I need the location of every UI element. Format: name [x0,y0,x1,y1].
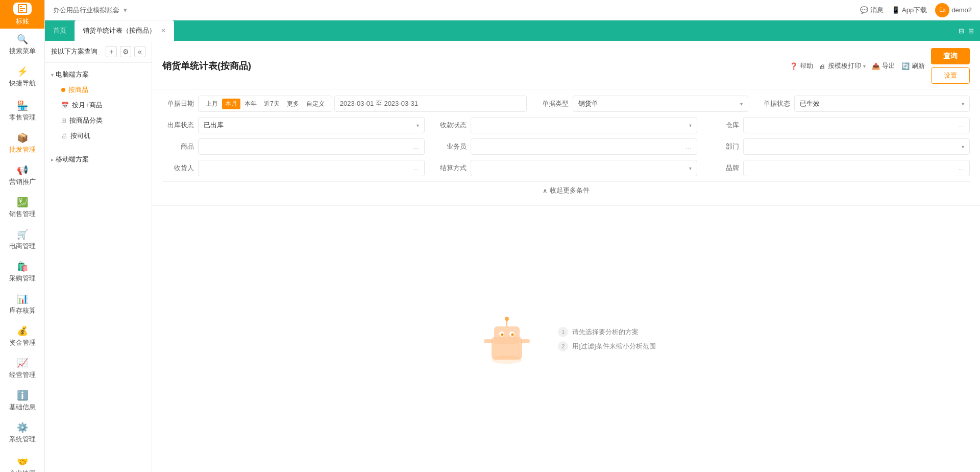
sidebar-item-basic[interactable]: ℹ️ 基础信息 [0,385,44,417]
expand-arrow-mobile-icon: ▸ [51,157,54,162]
settings-scheme-btn[interactable]: ⚙ [120,46,131,57]
payment-status-select[interactable]: ▾ [471,117,697,133]
scheme-item-by-category[interactable]: ⊞ 按商品分类 [45,113,152,128]
date-btn-last-month[interactable]: 上月 [203,99,221,109]
search-icon: 🔍 [17,34,28,45]
step-1-label: 请先选择要分析的方案 [572,327,639,337]
scheme-group-mobile[interactable]: ▸ 移动端方案 [45,152,152,167]
sidebar-label-system: 系统管理 [9,435,36,444]
scheme-item-by-category-label: 按商品分类 [69,116,103,125]
tab-close-icon[interactable]: ✕ [161,27,166,34]
sidebar-item-marketing[interactable]: 📢 营销推广 [0,159,44,192]
tab-sales-stats[interactable]: 销货单统计表（按商品） ✕ [75,20,174,41]
scheme-group-desktop[interactable]: ▾ 电脑端方案 [45,67,152,82]
print-template-btn[interactable]: 🖨 按模板打印 ▾ [819,61,866,70]
tab-maximize-icon[interactable]: ⊞ [968,27,974,35]
sidebar-label-operations: 经营管理 [9,370,36,380]
username-label: demo2 [951,6,972,14]
product-input[interactable]: … [198,138,425,155]
scheme-item-by-month-product-label: 按月+商品 [72,101,103,110]
sidebar-label-wholesale: 批发管理 [9,145,36,154]
sidebar-label-quicknav: 快捷导航 [9,79,36,88]
quicknav-icon: ⚡ [17,66,28,77]
app-download-btn[interactable]: 📱 App下载 [892,6,927,15]
receiver-dots-icon[interactable]: … [413,164,419,172]
sidebar-item-cooperation[interactable]: 🤝 企业协同 [0,451,44,472]
date-range-display[interactable]: 2023-03-01 至 2023-03-31 [334,96,527,112]
logo-area: 标账 [0,0,44,29]
empty-state: 1 请先选择要分析的方案 2 用[过滤]条件来缩小分析范围 [152,206,980,472]
settlement-select[interactable]: ▾ [471,160,697,176]
date-filter-group: 上月 本月 本年 近7天 更多 自定义 2023-03-01 至 2023-03… [198,96,527,112]
export-icon: 📤 [872,62,880,70]
brand-dots-icon[interactable]: … [958,164,964,172]
brand-input[interactable]: … [743,160,970,176]
message-icon: 💬 [860,6,868,14]
date-quick-btns-group: 上月 本月 本年 近7天 更多 自定义 [198,96,332,112]
basic-icon: ℹ️ [17,390,28,401]
date-btn-custom[interactable]: 自定义 [303,99,328,109]
query-button[interactable]: 查询 [931,48,970,64]
warehouse-status-select[interactable]: 已出库 ▾ [198,117,425,133]
filter-row-1: 单据日期 上月 本月 本年 近7天 更多 自定义 2023-03-01 至 20… [162,96,970,112]
content-area: 按以下方案查询 + ⚙ « ▾ 电脑端方案 按商品 📅 按月+商品 [45,41,980,472]
product-label: 商品 [162,142,198,151]
print-icon: 🖨 [61,132,67,139]
sidebar-item-ecommerce[interactable]: 🛒 电商管理 [0,224,44,256]
empty-step-2: 2 用[过滤]条件来缩小分析范围 [558,341,655,351]
scheme-item-by-month-product[interactable]: 📅 按月+商品 [45,98,152,113]
empty-steps: 1 请先选择要分析的方案 2 用[过滤]条件来缩小分析范围 [558,327,655,351]
date-btn-last-7days[interactable]: 近7天 [261,99,283,109]
svg-point-8 [505,317,509,321]
setting-button[interactable]: 设置 [931,67,970,84]
sidebar-item-retail[interactable]: 🏪 零售管理 [0,95,44,127]
warehouse-dots-icon[interactable]: … [958,122,964,129]
receiver-input[interactable]: … [198,160,425,176]
sidebar-item-finance[interactable]: 💰 资金管理 [0,320,44,352]
sidebar-item-purchase[interactable]: 🛍️ 采购管理 [0,256,44,288]
dept-select[interactable]: ▾ [743,138,970,155]
collapse-bar[interactable]: ∧ 收起更多条件 [162,181,970,199]
help-btn[interactable]: ❓ 帮助 [790,61,813,70]
message-btn[interactable]: 💬 消息 [860,6,884,15]
sidebar-item-operations[interactable]: 📈 经营管理 [0,352,44,385]
avatar: Ea [935,3,949,17]
date-btn-this-month[interactable]: 本月 [222,99,240,109]
sidebar-item-search[interactable]: 🔍 搜索菜单 [0,29,44,61]
chevron-down-icon[interactable]: ▾ [124,6,127,14]
staff-input[interactable]: … [471,138,697,155]
scheme-item-by-printer[interactable]: 🖨 按司机 [45,128,152,144]
filter-area: 单据日期 上月 本月 本年 近7天 更多 自定义 2023-03-01 至 20… [152,89,980,206]
tab-home[interactable]: 首页 [45,20,75,41]
export-btn[interactable]: 📤 导出 [872,61,895,70]
settlement-caret-icon: ▾ [689,166,692,171]
print-label: 按模板打印 [828,61,861,70]
sidebar-item-sales[interactable]: 💹 销售管理 [0,192,44,224]
sidebar-item-inventory[interactable]: 📊 库存核算 [0,288,44,320]
date-label: 单据日期 [162,99,198,108]
purchase-icon: 🛍️ [17,261,28,272]
scheme-item-by-product[interactable]: 按商品 [45,82,152,98]
inventory-icon: 📊 [17,293,28,304]
refresh-btn[interactable]: 🔄 刷新 [901,61,925,70]
collapse-panel-btn[interactable]: « [134,46,145,57]
sidebar-label-sales: 销售管理 [9,209,36,219]
sidebar-item-quicknav[interactable]: ⚡ 快捷导航 [0,61,44,93]
date-btn-more[interactable]: 更多 [284,99,302,109]
page-title: 销货单统计表(按商品) [162,60,251,72]
sidebar-item-system[interactable]: ⚙️ 系统管理 [0,417,44,449]
warehouse-input[interactable]: … [743,117,970,133]
doc-type-select[interactable]: 销货单 ▾ [573,96,748,112]
add-scheme-btn[interactable]: + [106,46,117,57]
grid-icon: ⊞ [61,117,66,124]
filter-row-2: 出库状态 已出库 ▾ 收款状态 ▾ 仓库 … [162,117,970,133]
user-profile-btn[interactable]: Ea demo2 [935,3,972,17]
product-dots-icon[interactable]: … [413,143,419,150]
sidebar-item-wholesale[interactable]: 📦 批发管理 [0,127,44,159]
staff-dots-icon[interactable]: … [685,143,692,150]
doc-status-select[interactable]: 已生效 ▾ [794,96,970,112]
scheme-item-by-product-label: 按商品 [68,85,88,95]
date-btn-this-year[interactable]: 本年 [241,99,260,109]
tab-minimize-icon[interactable]: ⊟ [959,27,964,35]
tabbar: 首页 销货单统计表（按商品） ✕ ⊟ ⊞ [45,20,980,41]
